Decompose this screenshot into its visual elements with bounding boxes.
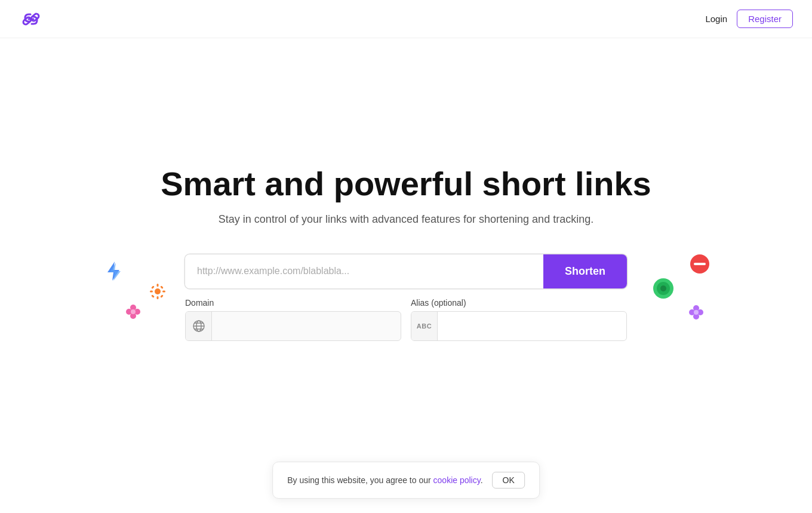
svg-point-5 <box>155 288 161 294</box>
svg-marker-4 <box>110 263 121 281</box>
page-subtitle: Stay in control of your links with advan… <box>219 213 593 226</box>
svg-point-15 <box>130 313 136 319</box>
nav-actions: Login Register <box>705 10 793 28</box>
alias-input-wrap: ABC <box>411 311 627 341</box>
logo <box>19 7 43 31</box>
register-button[interactable]: Register <box>737 10 793 28</box>
svg-rect-9 <box>162 291 165 293</box>
deco-green-circle-icon <box>652 277 675 302</box>
url-input-row: Shorten <box>185 254 627 288</box>
svg-point-16 <box>126 309 132 315</box>
svg-point-26 <box>689 309 695 315</box>
cookie-ok-button[interactable]: OK <box>493 472 525 489</box>
alias-text-icon: ABC <box>411 312 438 340</box>
svg-point-18 <box>131 309 136 314</box>
svg-point-28 <box>694 310 699 315</box>
page-title: Smart and powerful short links <box>161 165 651 202</box>
svg-rect-12 <box>151 294 155 298</box>
svg-rect-13 <box>160 285 164 289</box>
alias-input[interactable] <box>438 312 626 340</box>
svg-point-27 <box>697 309 703 315</box>
navbar: Login Register <box>0 0 812 38</box>
svg-point-14 <box>130 305 136 311</box>
deco-gear-icon <box>149 283 166 302</box>
svg-point-23 <box>660 285 666 291</box>
shorten-form: Shorten Domain bitly <box>185 254 627 341</box>
svg-rect-11 <box>160 294 164 298</box>
domain-input[interactable]: bitly.cx/ <box>212 312 401 340</box>
alias-label: Alias (optional) <box>411 298 627 308</box>
svg-rect-8 <box>150 291 153 293</box>
shorten-button[interactable]: Shorten <box>543 254 627 288</box>
www-icon <box>186 312 212 340</box>
svg-point-17 <box>134 309 140 315</box>
svg-point-25 <box>693 314 699 320</box>
cookie-policy-link[interactable]: cookie policy <box>433 475 481 485</box>
svg-point-22 <box>657 282 670 295</box>
svg-rect-10 <box>151 285 155 289</box>
deco-purple-flower-icon <box>688 304 705 323</box>
cookie-text: By using this website, you agree to our … <box>287 475 482 485</box>
domain-field-group: Domain bitly.cx/ <box>185 298 401 341</box>
svg-point-19 <box>690 254 709 274</box>
deco-dash-red-icon <box>689 253 710 277</box>
cookie-banner: By using this website, you agree to our … <box>272 462 540 499</box>
abc-icon: ABC <box>417 322 432 330</box>
deco-lightning-icon <box>102 259 125 285</box>
logo-icon <box>19 7 43 31</box>
svg-point-21 <box>653 278 673 299</box>
svg-rect-7 <box>157 296 159 299</box>
alias-field-group: Alias (optional) ABC <box>411 298 627 341</box>
svg-marker-3 <box>107 262 119 281</box>
url-input[interactable] <box>185 254 543 288</box>
login-button[interactable]: Login <box>705 14 727 24</box>
domain-alias-row: Domain bitly.cx/ Al <box>185 298 627 341</box>
hero-section: Smart and powerful short links Stay in c… <box>0 38 812 456</box>
domain-input-wrap: bitly.cx/ <box>185 311 401 341</box>
svg-point-24 <box>693 305 699 311</box>
svg-rect-6 <box>157 284 159 287</box>
deco-flower-icon <box>125 304 141 322</box>
domain-label: Domain <box>185 298 401 308</box>
